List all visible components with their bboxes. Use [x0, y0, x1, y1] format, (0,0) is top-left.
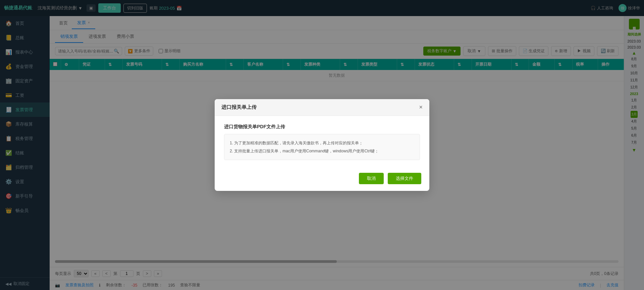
modal-close-button[interactable]: ×: [419, 104, 423, 111]
modal-select-file-button[interactable]: 选择文件: [388, 173, 421, 184]
notice-line-2: 2. 支持批量上传进口报关单，mac用户使用Command键，windows用户…: [230, 147, 414, 155]
modal-header: 进口报关单上传 ×: [215, 99, 429, 116]
modal-cancel-button[interactable]: 取消: [359, 173, 384, 184]
modal-section-title: 进口货物报关单PDF文件上传: [224, 124, 420, 130]
modal-footer: 取消 选择文件: [215, 168, 429, 191]
modal-title: 进口报关单上传: [221, 104, 257, 111]
modal-notice: 1. 为了更加精准的数据匹配，请先录入海关缴款书，再上传对应的报关单； 2. 支…: [224, 134, 420, 160]
modal-body: 进口货物报关单PDF文件上传 1. 为了更加精准的数据匹配，请先录入海关缴款书，…: [215, 116, 429, 168]
modal-box: 进口报关单上传 × 进口货物报关单PDF文件上传 1. 为了更加精准的数据匹配，…: [215, 99, 429, 191]
modal-overlay[interactable]: 进口报关单上传 × 进口货物报关单PDF文件上传 1. 为了更加精准的数据匹配，…: [0, 0, 644, 290]
notice-line-1: 1. 为了更加精准的数据匹配，请先录入海关缴款书，再上传对应的报关单；: [230, 139, 414, 147]
